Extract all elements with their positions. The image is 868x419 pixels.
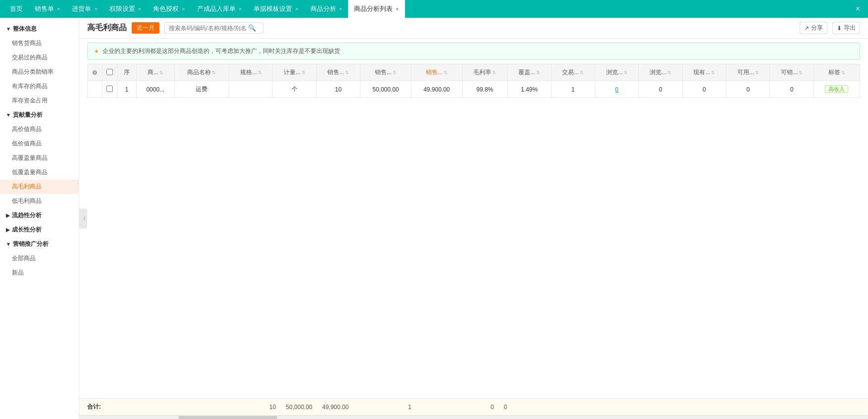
col-available[interactable]: 可用...⇅ xyxy=(726,64,770,81)
col-sale-amt[interactable]: 销售...⇅ xyxy=(360,64,411,81)
nav-sales[interactable]: 销售单 × xyxy=(29,0,66,18)
collapse-sidebar-button[interactable]: 《 xyxy=(79,209,87,229)
search-icon[interactable]: 🔍 xyxy=(248,24,256,32)
sidebar-group-growth[interactable]: ▶ 成长性分析 xyxy=(0,223,79,237)
cell-sale-qty: 10 xyxy=(316,81,360,98)
cell-seq: 1 xyxy=(117,81,137,98)
col-current[interactable]: 现有...⇅ xyxy=(682,64,726,81)
table-container: ⚙ 序 商...⇅ 商品名称⇅ 规格...⇅ 计量...⇅ 销售...⇅ 销售.… xyxy=(79,64,868,398)
arrow-icon-5: ▼ xyxy=(6,241,11,247)
nav-product-analysis[interactable]: 商品分析 × xyxy=(305,0,348,18)
share-button[interactable]: ↗ 分享 xyxy=(800,22,827,34)
footer-current: 0 xyxy=(491,404,494,411)
nav-product-in[interactable]: 产成品入库单 × xyxy=(191,0,248,18)
cell-browse1[interactable]: 0 xyxy=(595,81,638,98)
top-navigation: 首页 销售单 × 进货单 × 权限设置 × 角色授权 × 产成品入库单 × 单据… xyxy=(0,0,868,18)
close-product-analysis-tab[interactable]: × xyxy=(339,6,342,12)
export-icon: ⬇ xyxy=(837,25,842,32)
cell-coverage: 1.49% xyxy=(508,81,551,98)
time-filter-button[interactable]: 近一月 xyxy=(132,22,159,34)
nav-purchase[interactable]: 进货单 × xyxy=(66,0,103,18)
col-unit[interactable]: 计量...⇅ xyxy=(273,64,316,81)
horizontal-scrollbar[interactable] xyxy=(79,415,868,419)
col-coverage[interactable]: 覆盖...⇅ xyxy=(508,64,551,81)
cell-tag: 高收入 xyxy=(814,81,860,98)
row-checkbox[interactable] xyxy=(106,86,113,92)
tag-badge: 高收入 xyxy=(825,85,848,93)
nav-permissions[interactable]: 权限设置 × xyxy=(103,0,147,18)
sidebar-group-contribution[interactable]: ▼ 贡献量分析 xyxy=(0,108,79,122)
export-button[interactable]: ⬇ 导出 xyxy=(832,22,860,34)
sidebar-item-high-value[interactable]: 高价值商品 xyxy=(0,122,79,137)
footer-available: 0 xyxy=(504,404,508,411)
cell-settings xyxy=(88,81,102,98)
close-all-button[interactable]: × xyxy=(852,4,864,13)
footer-trade: 1 xyxy=(408,404,411,411)
col-seq: 序 xyxy=(117,64,137,81)
select-all-checkbox[interactable] xyxy=(106,69,113,75)
cell-check[interactable] xyxy=(102,81,117,98)
cell-spec xyxy=(229,81,272,98)
close-template-tab[interactable]: × xyxy=(295,6,298,12)
cell-unit: 个 xyxy=(273,81,316,98)
sidebar-item-category-rate[interactable]: 商品分类助销率 xyxy=(0,65,79,79)
cell-sale-amt: 50,000.00 xyxy=(360,81,411,98)
sidebar-group-trend[interactable]: ▶ 流趋性分析 xyxy=(0,208,79,223)
sidebar-item-new-goods[interactable]: 新品 xyxy=(0,266,79,280)
arrow-icon-2: ▼ xyxy=(6,112,11,118)
sidebar-group-marketing[interactable]: ▼ 营销推广分析 xyxy=(0,237,79,251)
close-sales-tab[interactable]: × xyxy=(57,6,60,12)
close-purchase-tab[interactable]: × xyxy=(94,6,97,12)
sidebar-item-sales-goods[interactable]: 销售货商品 xyxy=(0,36,79,50)
col-gross-rate[interactable]: 毛利率⇅ xyxy=(462,64,507,81)
col-check xyxy=(102,64,117,81)
close-product-analysis-list-tab[interactable]: × xyxy=(396,6,399,12)
col-spec[interactable]: 规格...⇅ xyxy=(229,64,272,81)
col-trade[interactable]: 交易...⇅ xyxy=(551,64,595,81)
nav-product-analysis-list[interactable]: 商品分析列表 × xyxy=(348,0,405,18)
close-product-in-tab[interactable]: × xyxy=(239,6,242,12)
sidebar-item-all-goods[interactable]: 全部商品 xyxy=(0,251,79,266)
col-browse1[interactable]: 浏览...⇅ xyxy=(595,64,638,81)
close-roles-tab[interactable]: × xyxy=(182,6,185,12)
cell-available: 0 xyxy=(726,81,770,98)
content-area: 《 高毛利商品 近一月 🔍 ↗ 分享 ⬇ 导出 ✦ 企业的主要的利润都是这部分商… xyxy=(79,18,868,419)
search-box: 🔍 xyxy=(164,22,263,34)
sidebar-item-low-margin[interactable]: 低毛利商品 xyxy=(0,194,79,208)
col-saleable[interactable]: 可销...⇅ xyxy=(770,64,814,81)
cell-browse2: 0 xyxy=(639,81,682,98)
col-sale-amt2[interactable]: 销售...⇅ xyxy=(411,64,462,81)
col-code[interactable]: 商...⇅ xyxy=(136,64,174,81)
scrollbar-thumb[interactable] xyxy=(178,416,277,419)
sidebar-item-low-coverage[interactable]: 低覆盖量商品 xyxy=(0,165,79,180)
col-settings[interactable]: ⚙ xyxy=(88,64,102,81)
close-permissions-tab[interactable]: × xyxy=(138,6,141,12)
sidebar-group-overview[interactable]: ▼ 整体信息 xyxy=(0,22,79,36)
sidebar-item-high-coverage[interactable]: 高覆盖量商品 xyxy=(0,151,79,165)
sidebar-item-in-stock[interactable]: 有库存的商品 xyxy=(0,79,79,93)
cell-gross-rate: 99.8% xyxy=(462,81,507,98)
table-header-row: ⚙ 序 商...⇅ 商品名称⇅ 规格...⇅ 计量...⇅ 销售...⇅ 销售.… xyxy=(88,64,860,81)
total-label: 合计: xyxy=(87,403,101,411)
share-icon: ↗ xyxy=(804,25,809,32)
sidebar-item-low-value[interactable]: 低价值商品 xyxy=(0,137,79,151)
nav-home[interactable]: 首页 xyxy=(4,0,29,18)
data-table: ⚙ 序 商...⇅ 商品名称⇅ 规格...⇅ 计量...⇅ 销售...⇅ 销售.… xyxy=(87,64,860,98)
nav-roles[interactable]: 角色授权 × xyxy=(147,0,191,18)
col-tag[interactable]: 标签⇅ xyxy=(814,64,860,81)
cell-sale-amt2: 49,900.00 xyxy=(411,81,462,98)
sidebar-item-traded-goods[interactable]: 交易过的商品 xyxy=(0,50,79,65)
footer-sale-amt2: 49,900.00 xyxy=(322,404,349,411)
search-input[interactable] xyxy=(169,25,248,32)
sidebar-item-stock-capital[interactable]: 库存资金占用 xyxy=(0,93,79,108)
arrow-icon: ▼ xyxy=(6,26,11,32)
sidebar-item-high-margin[interactable]: 高毛利商品 xyxy=(0,180,79,194)
info-banner: ✦ 企业的主要的利润都是这部分商品创造的，可考虑加大推广，同时关注库存是不要出现… xyxy=(87,43,860,60)
nav-template[interactable]: 单据模板设置 × xyxy=(248,0,304,18)
cell-saleable: 0 xyxy=(770,81,814,98)
main-layout: ▼ 整体信息 销售货商品 交易过的商品 商品分类助销率 有库存的商品 库存资金占… xyxy=(0,18,868,419)
col-sale-qty[interactable]: 销售...⇅ xyxy=(316,64,360,81)
col-browse2[interactable]: 浏览...⇅ xyxy=(639,64,682,81)
table-row: 1 0000... 运费 个 10 50,000.00 49,900.00 99… xyxy=(88,81,860,98)
col-name[interactable]: 商品名称⇅ xyxy=(174,64,229,81)
